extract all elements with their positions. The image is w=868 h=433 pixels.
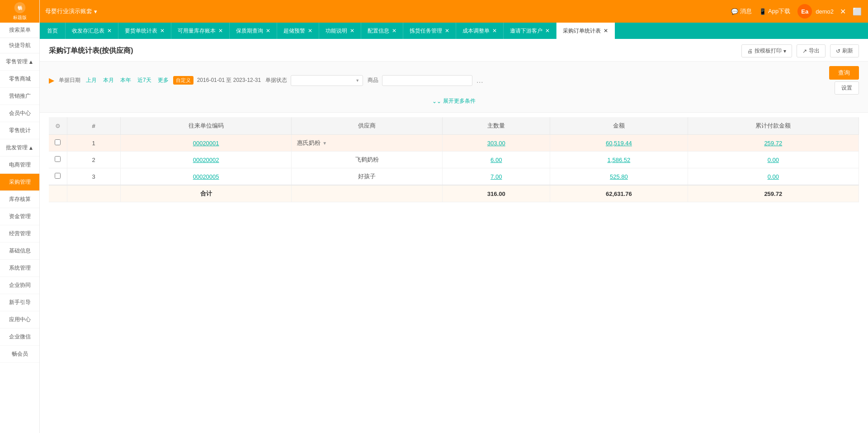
tab-overstock-warning[interactable]: 超储预警 ✕ (277, 23, 319, 39)
status-select[interactable] (291, 75, 363, 86)
sidebar-search-section[interactable]: 搜索菜单 (0, 23, 39, 38)
tab-function-desc[interactable]: 功能说明 ✕ (319, 23, 361, 39)
maximize-icon: ⬜ (853, 7, 862, 16)
table-row: 3 00020005 好孩子 7.00 525.80 0.00 (49, 168, 859, 186)
settings-button[interactable]: 设置 (835, 81, 859, 95)
sidebar-item-purchase-mgmt[interactable]: 采购管理 (0, 174, 39, 191)
row-checkbox-input[interactable] (55, 139, 61, 145)
row-paid[interactable]: 259.72 (688, 135, 859, 152)
row-partner-code[interactable]: 00020002 (120, 152, 291, 168)
window-maximize-button[interactable]: ⬜ (852, 6, 863, 17)
tab-cost-adjust[interactable]: 成本调整单 ✕ (456, 23, 504, 39)
filter-area: ▶ 单据日期 上月 本月 本年 近7天 更多 自定义 2016-01-01 至 … (40, 62, 868, 113)
filter-more-options-icon[interactable]: … (476, 76, 483, 85)
app-download-button[interactable]: 📱 App下载 (759, 7, 790, 15)
tab-order-stats[interactable]: 要货单统计表 ✕ (118, 23, 171, 39)
export-button[interactable]: ↗ 导出 (797, 44, 826, 57)
tab-close-icon[interactable]: ✕ (492, 28, 497, 33)
th-partner-code: 往来单位编码 (120, 117, 291, 135)
status-filter-section: 单据状态 (265, 75, 363, 86)
row-amount[interactable]: 525.80 (550, 168, 688, 186)
expand-more-conditions[interactable]: ⌄⌄ 展开更多条件 (49, 95, 859, 108)
tab-close-icon[interactable]: ✕ (266, 28, 270, 33)
tab-receipts-summary[interactable]: 收发存汇总表 ✕ (66, 23, 118, 39)
tab-close-icon[interactable]: ✕ (350, 28, 354, 33)
row-partner-code[interactable]: 00020005 (120, 168, 291, 186)
window-close-button[interactable]: ✕ (837, 6, 848, 17)
row-qty[interactable]: 7.00 (443, 168, 550, 186)
date-custom-badge[interactable]: 自定义 (173, 76, 193, 85)
refresh-button[interactable]: ↺ 刷新 (830, 44, 859, 57)
tab-purchase-order-stats[interactable]: 采购订单统计表 ✕ (557, 23, 615, 39)
tab-invite-downstream[interactable]: 邀请下游客户 ✕ (504, 23, 557, 39)
sidebar-item-inventory[interactable]: 库存核算 (0, 191, 39, 208)
sidebar-item-retail-mgmt[interactable]: 零售管理 ▲ (0, 53, 39, 71)
tab-close-icon[interactable]: ✕ (545, 28, 550, 33)
sidebar-item-newbie-guide[interactable]: 新手引导 (0, 294, 39, 311)
tab-close-icon[interactable]: ✕ (604, 28, 608, 33)
workspace-selector[interactable]: 母婴行业演示账套 ▾ (45, 7, 97, 15)
sidebar-item-wholesale[interactable]: 批发管理 ▲ (0, 139, 39, 157)
row-amount[interactable]: 60,519.44 (550, 135, 688, 152)
tab-expiry-query[interactable]: 保质期查询 ✕ (230, 23, 277, 39)
expand-collapse-icon[interactable]: ▶ (49, 76, 54, 85)
sidebar-item-ecommerce[interactable]: 电商管理 (0, 157, 39, 174)
sidebar-item-base-info[interactable]: 基础信息 (0, 243, 39, 260)
sidebar-item-finance[interactable]: 资金管理 (0, 208, 39, 225)
sidebar-item-marketing[interactable]: 营销推广 (0, 88, 39, 105)
print-button[interactable]: 🖨 按模板打印 ▾ (741, 44, 792, 57)
row-checkbox[interactable] (49, 152, 67, 168)
tab-close-icon[interactable]: ✕ (445, 28, 449, 33)
row-checkbox-input[interactable] (55, 156, 61, 162)
tab-picking-task[interactable]: 拣货任务管理 ✕ (403, 23, 456, 39)
tab-config-info[interactable]: 配置信息 ✕ (361, 23, 403, 39)
row-checkbox[interactable] (49, 168, 67, 186)
user-avatar[interactable]: Ea (797, 4, 812, 19)
tab-home[interactable]: 首页 (40, 23, 66, 39)
sidebar-item-enterprise-collab[interactable]: 企业协同 (0, 277, 39, 294)
sidebar-item-member[interactable]: 畅会员 (0, 346, 39, 363)
tab-close-icon[interactable]: ✕ (107, 28, 112, 33)
sidebar-item-retail-store[interactable]: 零售商城 (0, 71, 39, 88)
row-qty[interactable]: 6.00 (443, 152, 550, 168)
row-checkbox[interactable] (49, 135, 67, 152)
refresh-icon: ↺ (836, 48, 840, 54)
shortcut-this-month[interactable]: 本月 (101, 76, 116, 85)
sidebar-quicknav-label[interactable]: 快捷导航 (3, 40, 37, 51)
shortcut-more[interactable]: 更多 (156, 76, 170, 85)
gear-icon[interactable]: ⚙ (55, 123, 61, 129)
row-index: 3 (67, 168, 120, 186)
tab-inventory-book[interactable]: 可用量库存账本 ✕ (171, 23, 230, 39)
sidebar-item-enterprise-wechat[interactable]: 企业微信 (0, 328, 39, 346)
sidebar-search-label[interactable]: 搜索菜单 (3, 26, 37, 34)
chevron-icon: ▲ (28, 59, 34, 65)
shortcut-this-year[interactable]: 本年 (118, 76, 133, 85)
sidebar-item-retail-stats[interactable]: 零售统计 (0, 122, 39, 139)
row-paid[interactable]: 0.00 (688, 168, 859, 186)
row-amount[interactable]: 1,586.52 (550, 152, 688, 168)
row-supplier: 飞鹤奶粉 (292, 152, 443, 168)
tab-close-icon[interactable]: ✕ (392, 28, 396, 33)
username-label[interactable]: demo2 (816, 8, 834, 15)
sidebar-item-operations[interactable]: 经营管理 (0, 225, 39, 243)
row-partner-code[interactable]: 00020001 (120, 135, 291, 152)
shortcut-last-month[interactable]: 上月 (84, 76, 99, 85)
tab-invite-downstream-label: 邀请下游客户 (510, 27, 542, 35)
tab-close-icon[interactable]: ✕ (308, 28, 312, 33)
sidebar-item-app-center[interactable]: 应用中心 (0, 311, 39, 328)
tab-close-icon[interactable]: ✕ (160, 28, 165, 33)
sidebar-item-member-center[interactable]: 会员中心 (0, 105, 39, 122)
sidebar-item-system-mgmt[interactable]: 系统管理 (0, 260, 39, 277)
row-checkbox-input[interactable] (55, 173, 61, 179)
tab-close-icon[interactable]: ✕ (218, 28, 223, 33)
query-button[interactable]: 查询 (829, 66, 859, 80)
sidebar-quicknav-section[interactable]: 快捷导航 (0, 38, 39, 53)
status-select-wrapper (291, 75, 363, 86)
row-qty[interactable]: 303.00 (443, 135, 550, 152)
shortcut-7days[interactable]: 近7天 (136, 76, 153, 85)
goods-filter-input[interactable] (382, 75, 472, 86)
expand-row-icon[interactable]: ▼ (322, 141, 327, 146)
row-paid[interactable]: 0.00 (688, 152, 859, 168)
message-button[interactable]: 💬 消息 (731, 7, 752, 15)
content-area: 采购订单统计表(按供应商) 🖨 按模板打印 ▾ ↗ 导出 ↺ 刷新 (40, 39, 868, 433)
